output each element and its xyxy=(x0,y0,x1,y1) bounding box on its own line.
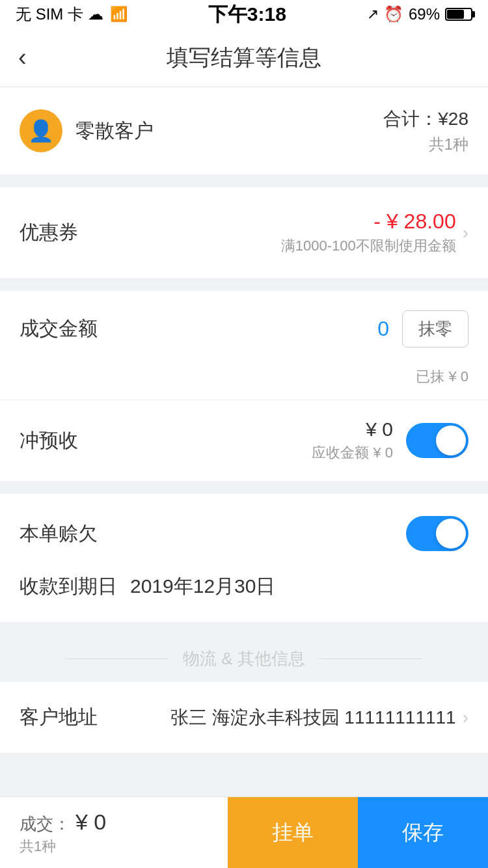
status-left: 无 SIM 卡 ☁ 📶 xyxy=(16,4,128,25)
debt-toggle[interactable] xyxy=(406,516,468,551)
address-value: 张三 海淀永丰科技园 11111111111 xyxy=(117,705,456,730)
save-button[interactable]: 保存 xyxy=(358,797,488,869)
page-title: 填写结算等信息 xyxy=(167,43,321,73)
customer-left: 👤 零散客户 xyxy=(20,109,154,152)
transaction-label: 成交金额 xyxy=(20,316,98,342)
address-row[interactable]: 客户地址 张三 海淀永丰科技园 11111111111 › xyxy=(0,682,488,753)
person-icon: 👤 xyxy=(28,118,54,143)
transaction-row: 成交金额 0 抹零 xyxy=(0,291,488,367)
prepay-receivable: 应收金额 ¥ 0 xyxy=(312,443,393,463)
prepay-right: ¥ 0 应收金额 ¥ 0 xyxy=(312,418,468,463)
chevron-right-icon: › xyxy=(463,223,468,243)
due-date-value: 2019年12月30日 xyxy=(130,573,275,600)
coupon-row[interactable]: 优惠券 - ¥ 28.00 满1000-100不限制使用金额 › xyxy=(0,187,488,278)
bottom-deal-label: 成交： xyxy=(20,813,70,835)
prepay-amount: ¥ 0 xyxy=(312,418,393,441)
content-area: 👤 零散客户 合计：¥28 共1种 优惠券 - ¥ 28.00 满1000-10… xyxy=(0,87,488,844)
status-time: 下午3:18 xyxy=(208,1,286,28)
prepay-row: 冲预收 ¥ 0 应收金额 ¥ 0 xyxy=(0,400,488,481)
nav-bar: ‹ 填写结算等信息 xyxy=(0,29,488,87)
battery-percent: 69% xyxy=(409,5,440,23)
hang-button[interactable]: 挂单 xyxy=(228,797,358,869)
customer-name: 零散客户 xyxy=(75,118,154,144)
customer-avatar: 👤 xyxy=(20,109,62,152)
status-bar: 无 SIM 卡 ☁ 📶 下午3:18 ↗ ⏰ 69% xyxy=(0,0,488,29)
customer-total: 合计：¥28 xyxy=(383,107,468,131)
coupon-info: - ¥ 28.00 满1000-100不限制使用金额 xyxy=(281,210,456,256)
coupon-desc: 满1000-100不限制使用金额 xyxy=(281,236,456,256)
customer-right: 合计：¥28 共1种 xyxy=(383,107,468,155)
already-rounded: 已抹 ¥ 0 xyxy=(0,367,488,400)
transaction-amount: 0 xyxy=(377,317,389,341)
bottom-count: 共1种 xyxy=(20,837,208,856)
status-right: ↗ ⏰ 69% xyxy=(367,5,472,23)
due-date-row: 收款到期日 2019年12月30日 xyxy=(0,573,488,622)
prepay-label: 冲预收 xyxy=(20,427,78,454)
bottom-bar: 成交： ¥ 0 共1种 挂单 保存 xyxy=(0,796,488,868)
alarm-icon: ⏰ xyxy=(384,5,403,23)
sim-status: 无 SIM 卡 ☁ xyxy=(16,4,103,25)
back-button[interactable]: ‹ xyxy=(18,44,27,72)
debt-label: 本单赊欠 xyxy=(20,521,98,547)
toggle-knob xyxy=(436,426,466,455)
coupon-right: - ¥ 28.00 满1000-100不限制使用金额 › xyxy=(281,210,468,256)
debt-section: 本单赊欠 收款到期日 2019年12月30日 xyxy=(0,494,488,622)
round-zero-button[interactable]: 抹零 xyxy=(402,310,468,347)
prepay-toggle[interactable] xyxy=(406,423,468,458)
address-chevron-icon: › xyxy=(463,707,468,728)
wifi-icon: 📶 xyxy=(110,6,128,23)
logistics-label: 物流 & 其他信息 xyxy=(66,647,422,670)
prepay-amount-block: ¥ 0 应收金额 ¥ 0 xyxy=(312,418,393,463)
coupon-amount: - ¥ 28.00 xyxy=(281,210,456,234)
address-label: 客户地址 xyxy=(20,704,98,731)
transaction-right: 0 抹零 xyxy=(377,310,468,347)
customer-section: 👤 零散客户 合计：¥28 共1种 xyxy=(0,87,488,174)
bottom-deal-row: 成交： ¥ 0 xyxy=(20,809,208,835)
transaction-section: 成交金额 0 抹零 已抹 ¥ 0 冲预收 ¥ 0 应收金额 ¥ 0 xyxy=(0,291,488,481)
coupon-section: 优惠券 - ¥ 28.00 满1000-100不限制使用金额 › xyxy=(0,187,488,278)
location-icon: ↗ xyxy=(367,6,379,23)
debt-toggle-knob xyxy=(436,519,466,549)
customer-count: 共1种 xyxy=(383,134,468,155)
logistics-divider: 物流 & 其他信息 xyxy=(0,635,488,682)
due-date-label: 收款到期日 xyxy=(20,573,117,600)
battery-fill xyxy=(447,10,464,19)
coupon-label: 优惠券 xyxy=(20,219,78,246)
bottom-left: 成交： ¥ 0 共1种 xyxy=(0,809,228,856)
address-section: 客户地址 张三 海淀永丰科技园 11111111111 › xyxy=(0,682,488,753)
debt-row: 本单赊欠 xyxy=(0,494,488,573)
battery-icon xyxy=(445,8,472,21)
bottom-amount: ¥ 0 xyxy=(75,809,106,835)
